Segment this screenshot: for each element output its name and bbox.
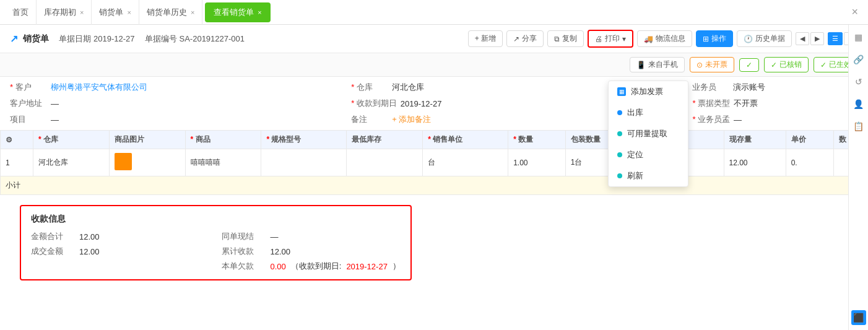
payment-date-value: 2019-12-27 (401, 99, 442, 108)
doc-number-label: 单据编号 (145, 33, 177, 45)
not-open-btn[interactable]: ⊙ 未开票 (690, 57, 734, 72)
td-warehouse: 河北仓库 (33, 149, 109, 176)
customer-value[interactable]: 柳州粤港平安气体有限公司 (51, 82, 147, 93)
outbound-icon (617, 110, 622, 115)
warehouse-label: 仓库 (351, 82, 388, 93)
sidebar-icon-3[interactable]: ↺ (851, 74, 866, 89)
tab-sales-close[interactable]: × (127, 9, 131, 16)
list-view-btn[interactable]: ☰ (828, 32, 843, 45)
prev-btn[interactable]: ◀ (796, 32, 809, 45)
next-btn[interactable]: ▶ (810, 32, 824, 45)
effective-check-icon: ✓ (820, 61, 827, 69)
from-phone-btn[interactable]: 📱 来自手机 (630, 57, 685, 72)
payment-left: 金额合计 12.00 成交金额 12.00 (31, 231, 209, 272)
same-order-row: 同单现结 — (222, 231, 400, 242)
transaction-label: 成交金额 (31, 246, 74, 257)
th-spec: 规格型号 (261, 131, 347, 149)
operations-button[interactable]: ⊞ 操作 (696, 30, 733, 47)
nav-arrows: ◀ ▶ (796, 32, 824, 45)
td-min-stock (347, 149, 423, 176)
logistics-button[interactable]: 🚚 物流信息 (637, 30, 692, 47)
td-product-img (109, 149, 185, 176)
add-note-btn[interactable]: + 添加备注 (392, 114, 431, 125)
td-unit: 台 (423, 149, 508, 176)
same-order-label: 同单现结 (222, 231, 265, 242)
doc-meta: 单据日期 2019-12-27 单据编号 SA-20191227-001 (59, 33, 245, 45)
cumulative-value: 12.00 (270, 247, 290, 256)
phone-icon: 📱 (636, 61, 646, 69)
copy-button[interactable]: ⧉ 复制 (547, 30, 584, 47)
sidebar-icon-2[interactable]: 🔗 (851, 52, 866, 67)
customer-label: 客户 (10, 82, 47, 93)
tab-sales[interactable]: 销货单 × (92, 0, 139, 25)
dropdown-menu: ▦ 添加发票 出库 可用量提取 定位 刷新 (608, 80, 688, 187)
dropdown-add-invoice[interactable]: ▦ 添加发票 (609, 81, 688, 102)
grid-icon: ⊞ (703, 35, 709, 43)
print-dropdown-icon: ▾ (622, 35, 626, 43)
check-btn[interactable]: ✓ (739, 58, 759, 72)
tab-bar-close-btn[interactable]: × (846, 6, 863, 19)
tab-view-sales-label: 查看销货单 (214, 7, 254, 18)
tab-history-close[interactable]: × (191, 9, 194, 16)
th-product: 商品 (185, 131, 261, 149)
payment-right: 同单现结 — 累计收款 12.00 本单欠款 0.00 （收款到期日: 2019… (222, 231, 400, 272)
settings-icon[interactable]: ⚙ (6, 136, 12, 144)
tab-history-label: 销货单历史 (147, 7, 187, 18)
sidebar-icon-4[interactable]: 👤 (851, 97, 866, 111)
total-label: 金额合计 (31, 231, 74, 242)
sidebar-icon-5[interactable]: 📋 (851, 119, 866, 134)
sidebar-icon-1[interactable]: ▦ (851, 30, 866, 45)
salesperson-row: 业务员孟 — (692, 114, 858, 125)
project-value: — (51, 115, 59, 124)
project-label: 项目 (10, 114, 47, 125)
due-label: 本单欠款 (222, 261, 265, 272)
ticket-type-label: 票据类型 (692, 98, 730, 109)
tab-sales-label: 销货单 (99, 7, 123, 18)
new-button[interactable]: + 新增 (468, 30, 503, 47)
total-row: 金额合计 12.00 (31, 231, 209, 242)
check-icon: ✓ (746, 61, 752, 69)
project-row: 项目 — (10, 114, 341, 125)
subtotal-row: 小计 (1, 176, 868, 195)
copy-icon: ⧉ (554, 35, 560, 43)
main-content: ↗ 销货单 单据日期 2019-12-27 单据编号 SA-20191227-0… (0, 25, 868, 330)
total-value: 12.00 (79, 232, 100, 241)
payment-info-grid: 金额合计 12.00 成交金额 12.00 同单现结 — (31, 231, 401, 272)
tab-inventory-close[interactable]: × (80, 9, 84, 16)
tab-home-label: 首页 (12, 7, 28, 18)
ticket-type-row: 票据类型 不开票 (692, 98, 858, 109)
tab-view-sales-close[interactable]: × (258, 9, 261, 16)
print-button[interactable]: 🖨 打印 ▾ (589, 31, 632, 46)
td-qty: 1.00 (508, 149, 566, 176)
td-product: 嘻嘻嘻嘻 (185, 149, 261, 176)
payment-date-label: 收款到期日 (351, 98, 397, 109)
staff-row: 业务员 演示账号 (692, 82, 858, 93)
add-invoice-label: 添加发票 (631, 86, 663, 97)
product-image (115, 153, 132, 170)
dropdown-locate[interactable]: 定位 (609, 144, 688, 165)
doc-date-label: 单据日期 (59, 33, 91, 45)
tab-view-sales[interactable]: 查看销货单 × (205, 2, 270, 22)
cancelled-btn[interactable]: ✓ 已核销 (764, 57, 809, 72)
dropdown-refresh[interactable]: 刷新 (609, 165, 688, 186)
doc-type-label: 销货单 (23, 33, 49, 45)
sidebar-icon-6[interactable]: ⬛ (851, 310, 866, 325)
td-price: 0. (786, 149, 833, 176)
cumulative-row: 累计收款 12.00 (222, 246, 400, 257)
remark-label: 备注 (351, 114, 388, 125)
tab-history[interactable]: 销货单历史 × (139, 0, 202, 25)
truck-icon: 🚚 (644, 35, 653, 43)
th-product-img: 商品图片 (109, 131, 185, 149)
doc-type-icon: ↗ (10, 33, 18, 45)
history-button[interactable]: 🕐 历史单据 (737, 30, 792, 47)
dropdown-available-qty[interactable]: 可用量提取 (609, 123, 688, 144)
subtotal-label: 小计 (1, 176, 868, 195)
th-gear: ⚙ (1, 131, 33, 149)
tab-home[interactable]: 首页 (5, 0, 37, 25)
available-qty-label: 可用量提取 (627, 128, 667, 139)
share-button[interactable]: ↗ 分享 (506, 30, 544, 47)
warehouse-value: 河北仓库 (392, 82, 424, 93)
refresh-icon (617, 173, 622, 178)
tab-inventory[interactable]: 库存期初 × (37, 0, 92, 25)
dropdown-outbound[interactable]: 出库 (609, 102, 688, 123)
